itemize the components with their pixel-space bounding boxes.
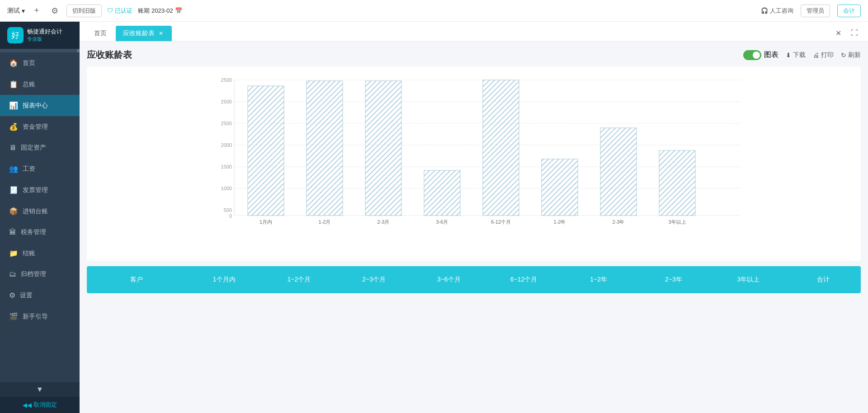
- sidebar-item-label-payroll: 工资: [23, 165, 35, 173]
- sidebar-item-label-guide: 新手引导: [23, 313, 48, 321]
- verified-badge: 🛡 已认证: [107, 7, 132, 15]
- tab-bar: 首页 应收账龄表 ✕ ✕ ⛶: [80, 22, 868, 42]
- sidebar: 好 畅捷通好会计 专业版 🏠 首页 📋 总账 📊 报表中心 💰: [0, 22, 80, 413]
- reports-icon: 📊: [9, 101, 18, 110]
- svg-text:1000: 1000: [221, 186, 232, 191]
- accounting-button[interactable]: 会计: [837, 5, 861, 17]
- sidebar-item-label-purchase: 进销台账: [23, 207, 48, 216]
- dropdown-icon: ▾: [22, 7, 25, 14]
- download-label: 下载: [793, 51, 806, 59]
- home-icon: 🏠: [9, 59, 18, 67]
- sidebar-item-funds[interactable]: 💰 资金管理: [0, 116, 80, 137]
- sidebar-item-assets[interactable]: 🖥 固定资产: [0, 137, 80, 158]
- tab-home-label: 首页: [94, 29, 107, 38]
- headset-icon: 🎧: [761, 7, 768, 14]
- col-header-customer: 客户: [87, 266, 187, 293]
- sidebar-item-reports[interactable]: 📊 报表中心: [0, 95, 80, 116]
- purchase-icon: 📦: [9, 207, 18, 216]
- add-button[interactable]: +: [30, 5, 43, 17]
- svg-text:3-6月: 3-6月: [436, 219, 448, 225]
- sidebar-item-payroll[interactable]: 👥 工资: [0, 158, 80, 179]
- bar-6-12month: [483, 80, 519, 216]
- tab-close-button[interactable]: ✕: [832, 27, 844, 39]
- refresh-button[interactable]: ↻ 刷新: [841, 51, 861, 59]
- svg-text:3年以上: 3年以上: [668, 219, 686, 225]
- bar-2-3month: [365, 81, 401, 216]
- company-selector[interactable]: 测试 ▾: [7, 7, 25, 15]
- guide-icon: 🎬: [9, 312, 18, 321]
- svg-text:6-12个月: 6-12个月: [491, 219, 511, 225]
- sidebar-item-archive[interactable]: 🗂 归档管理: [0, 264, 80, 285]
- svg-text:2500: 2500: [221, 77, 232, 83]
- page-header: 应收账龄表 图表 ⬇ 下载 🖨 打印 ↻: [87, 49, 861, 61]
- svg-text:2500: 2500: [221, 121, 232, 126]
- print-button[interactable]: 🖨 打印: [813, 51, 834, 59]
- svg-text:500: 500: [224, 207, 232, 213]
- sidebar-item-purchase[interactable]: 📦 进销台账: [0, 201, 80, 222]
- company-name: 测试: [7, 7, 20, 15]
- col-header-6-12month: 6~12个月: [486, 266, 561, 293]
- bar-3yearplus: [659, 150, 695, 216]
- consultation-button[interactable]: 🎧 人工咨询: [761, 7, 793, 15]
- page-title: 应收账龄表: [87, 49, 132, 61]
- header-right: 🎧 人工咨询 管理员 会计: [761, 5, 861, 17]
- print-icon: 🖨: [813, 52, 819, 59]
- chart-toggle[interactable]: [743, 50, 761, 60]
- consultation-text: 人工咨询: [770, 7, 793, 15]
- old-version-button[interactable]: 切到旧版: [66, 5, 102, 17]
- print-label: 打印: [821, 51, 834, 59]
- sidebar-item-ledger[interactable]: 📋 总账: [0, 74, 80, 95]
- content-area: 首页 应收账龄表 ✕ ✕ ⛶ 应收账龄表 图表: [80, 22, 868, 413]
- period-value: 2023-02: [151, 7, 173, 14]
- sidebar-scroll-down[interactable]: ▼: [0, 382, 80, 397]
- sidebar-item-label-tax: 税务管理: [21, 228, 46, 236]
- sidebar-item-label-settings: 设置: [20, 291, 33, 300]
- tab-home[interactable]: 首页: [87, 26, 114, 41]
- bar-chart: 2500 2500 2500 2000 1500 1000 500 0: [114, 75, 843, 238]
- sidebar-item-label-assets: 固定资产: [21, 144, 46, 152]
- sidebar-item-tax[interactable]: 🏛 税务管理: [0, 222, 80, 243]
- cancel-fixed-button[interactable]: ◀◀ 取消固定: [0, 397, 80, 413]
- col-header-3yearplus: 3年以上: [711, 266, 786, 293]
- tab-ar-aging-label: 应收账龄表: [123, 29, 155, 38]
- col-header-1month: 1个月内: [187, 266, 262, 293]
- sidebar-item-guide[interactable]: 🎬 新手引导: [0, 306, 80, 327]
- sidebar-item-label-home: 首页: [23, 59, 35, 67]
- settings-nav-icon: ⚙: [9, 291, 15, 300]
- svg-text:1-2月: 1-2月: [319, 219, 331, 225]
- calendar-icon[interactable]: 📅: [175, 7, 182, 14]
- sidebar-item-close[interactable]: 📁 结账: [0, 243, 80, 264]
- invoices-icon: 🧾: [9, 186, 18, 194]
- main-layout: 好 畅捷通好会计 专业版 🏠 首页 📋 总账 📊 报表中心 💰: [0, 22, 868, 413]
- sidebar-item-label-close: 结账: [23, 249, 35, 258]
- tab-ar-aging-close[interactable]: ✕: [157, 30, 165, 37]
- settings-icon[interactable]: ⚙: [48, 5, 61, 17]
- sidebar-item-home[interactable]: 🏠 首页: [0, 52, 80, 74]
- tab-expand-button[interactable]: ⛶: [848, 27, 861, 39]
- sidebar-item-invoices[interactable]: 🧾 发票管理: [0, 179, 80, 201]
- svg-text:2000: 2000: [221, 142, 232, 148]
- payroll-icon: 👥: [9, 164, 18, 173]
- svg-text:2-3年: 2-3年: [613, 219, 625, 225]
- tab-ar-aging[interactable]: 应收账龄表 ✕: [116, 26, 172, 41]
- tax-icon: 🏛: [9, 228, 16, 236]
- shield-icon: 🛡: [107, 7, 113, 14]
- download-button[interactable]: ⬇ 下载: [786, 51, 806, 59]
- bar-2-3year: [600, 128, 637, 216]
- assets-icon: 🖥: [9, 144, 16, 152]
- refresh-label: 刷新: [848, 51, 861, 59]
- svg-text:1月内: 1月内: [259, 219, 272, 225]
- bar-1-2month: [307, 81, 343, 216]
- bar-1-2year: [542, 159, 578, 216]
- period-info: 账期 2023-02 📅: [138, 7, 182, 15]
- admin-button[interactable]: 管理员: [801, 5, 830, 17]
- col-header-2-3month: 2~3个月: [336, 266, 411, 293]
- archive-icon: 🗂: [9, 270, 16, 278]
- svg-text:1-2年: 1-2年: [554, 219, 566, 225]
- refresh-icon: ↻: [841, 52, 846, 59]
- logo-area: 好 畅捷通好会计 专业版: [0, 22, 80, 49]
- sidebar-item-settings[interactable]: ⚙ 设置: [0, 285, 80, 306]
- verified-text: 已认证: [115, 7, 132, 15]
- table-header: 客户 1个月内 1~2个月 2~3个月 3~6个月 6~12个月 1~2年 2~…: [87, 266, 861, 293]
- sidebar-item-label-funds: 资金管理: [23, 123, 48, 131]
